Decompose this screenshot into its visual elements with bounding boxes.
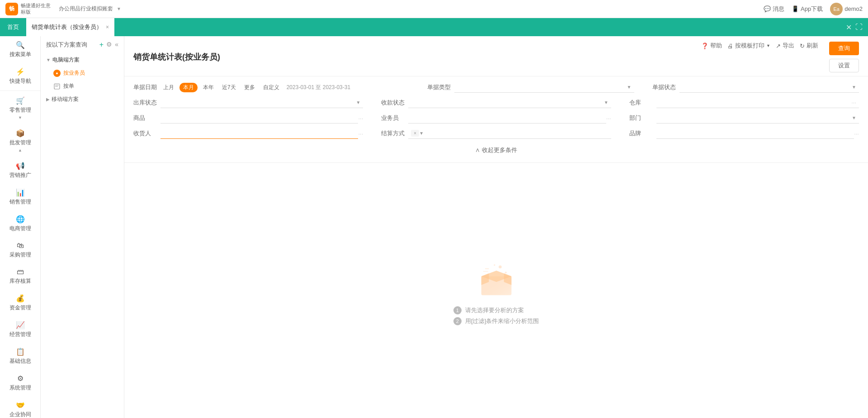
goods-dots[interactable]: ···	[358, 115, 363, 122]
breadcrumb: 办公用品行业模拟账套	[59, 5, 113, 13]
filter-row-4: 收货人 ··· 结算方式 × ▼	[133, 128, 859, 139]
scheme-header-actions: + ⚙ «	[99, 41, 118, 49]
date-btn-more[interactable]: 更多	[241, 83, 258, 92]
date-btn-this-month[interactable]: 本月	[179, 83, 198, 92]
sidebar-item-operations[interactable]: 📈 经营管理	[0, 316, 40, 343]
bill-type-select[interactable]: ▼	[454, 82, 634, 93]
ecommerce-icon: 🌐	[16, 215, 25, 223]
sidebar-item-purchase[interactable]: 🛍 采购管理	[0, 237, 40, 263]
marketing-icon: 📢	[16, 162, 25, 170]
dept-select[interactable]: ▼	[656, 113, 859, 124]
dept-label: 部门	[629, 114, 656, 122]
settlement-select[interactable]: × ▼	[408, 128, 611, 139]
consignee-dots[interactable]: ···	[358, 130, 363, 137]
query-settings-col: 查询 设置	[829, 42, 859, 72]
scheme-order-icon	[53, 83, 61, 90]
tab-close-button[interactable]: ×	[106, 24, 109, 30]
help-button[interactable]: ❓ 帮助	[701, 42, 722, 50]
scheme-add-button[interactable]: +	[99, 41, 104, 49]
scheme-category-mobile[interactable]: ▶ 移动端方案	[41, 93, 124, 106]
empty-state-illustration	[474, 256, 519, 301]
goods-input[interactable]	[160, 113, 358, 124]
scheme-item-salesperson[interactable]: ● 按业务员	[41, 66, 124, 80]
brand-dots[interactable]: ···	[854, 130, 859, 137]
wholesale-icon: 📦	[16, 129, 25, 138]
logo-text: 畅捷通好生意 标版	[21, 3, 51, 14]
sidebar-item-marketing[interactable]: 📢 营销推广	[0, 157, 40, 184]
warehouse-select[interactable]: ···	[656, 97, 859, 108]
sidebar-item-finance[interactable]: 💰 资金管理	[0, 290, 40, 316]
enterprise-icon: 🤝	[16, 401, 25, 409]
finance-icon: 💰	[16, 294, 25, 303]
filter-date: 单据日期 上月 本月 本年 近7天 更多 自定义 2023-03-01 至 20…	[133, 83, 409, 92]
filter-row-1: 单据日期 上月 本月 本年 近7天 更多 自定义 2023-03-01 至 20…	[133, 82, 859, 93]
print-button[interactable]: 🖨 按模板打印 ▼	[727, 42, 770, 50]
tabbar-right: ✕ ⛶	[846, 23, 868, 32]
sidebar-item-search[interactable]: 🔍 搜索菜单	[0, 36, 40, 63]
sidebar-item-retail[interactable]: 🛒 零售管理 ▼	[0, 92, 40, 124]
query-button[interactable]: 查询	[829, 42, 859, 55]
scheme-item-by-order[interactable]: 按单	[41, 80, 124, 93]
tabbar: 首页 销货单统计表（按业务员） × ✕ ⛶	[0, 18, 868, 36]
sidebar-item-wholesale[interactable]: 📦 批发管理 ▲	[0, 124, 40, 157]
date-btn-7days[interactable]: 近7天	[219, 83, 239, 92]
tip-num-2: 2	[453, 317, 462, 325]
warehouse-dots[interactable]: ···	[851, 99, 856, 106]
tab-home[interactable]: 首页	[0, 18, 26, 36]
sidebar-item-sales[interactable]: 📊 销售管理	[0, 184, 40, 210]
settings-button[interactable]: 设置	[829, 59, 859, 72]
message-button[interactable]: 💬 消息	[764, 5, 784, 13]
empty-tips: 1 请先选择要分析的方案 2 用[过滤]条件来缩小分析范围	[453, 306, 539, 325]
print-dropdown-icon: ▼	[766, 43, 770, 48]
brand-input[interactable]	[656, 128, 854, 139]
tab-minimize-button[interactable]: ✕	[846, 23, 852, 32]
scheme-category-pc-label[interactable]: ▼ 电脑端方案	[46, 56, 118, 64]
sidebar-item-system[interactable]: ⚙ 系统管理	[0, 370, 40, 396]
filter-brand: 品牌 ···	[629, 128, 859, 139]
tab-maximize-button[interactable]: ⛶	[855, 23, 863, 31]
filter-goods: 商品 ···	[133, 113, 363, 124]
date-btn-last-month[interactable]: 上月	[160, 83, 177, 92]
collapse-more-button[interactable]: ∧ 收起更多条件	[133, 143, 859, 157]
consignee-label: 收货人	[133, 129, 160, 138]
scheme-collapse-button[interactable]: «	[115, 41, 118, 49]
avatar: Ea	[830, 3, 843, 15]
empty-tip-1: 1 请先选择要分析的方案	[453, 306, 539, 314]
bill-type-dropdown-icon: ▼	[627, 85, 632, 90]
export-button[interactable]: ↗ 导出	[776, 42, 794, 50]
scheme-settings-button[interactable]: ⚙	[106, 41, 112, 49]
sidebar-item-inventory[interactable]: 🗃 库存核算	[0, 263, 40, 290]
search-icon: 🔍	[16, 41, 25, 49]
date-btn-custom[interactable]: 自定义	[260, 83, 282, 92]
sidebar-item-basic[interactable]: 📋 基础信息	[0, 343, 40, 370]
bill-type-label: 单据类型	[427, 83, 454, 91]
empty-tip-2: 2 用[过滤]条件来缩小分析范围	[453, 317, 539, 325]
consignee-input[interactable]	[160, 128, 358, 139]
salesperson-dots[interactable]: ···	[606, 115, 611, 122]
goods-label: 商品	[133, 114, 160, 122]
svg-point-7	[499, 266, 502, 269]
receipt-status-select[interactable]: ▼	[408, 97, 611, 108]
settlement-tag-remove[interactable]: ×	[414, 131, 416, 136]
refresh-button[interactable]: ↻ 刷新	[800, 42, 818, 50]
sidebar-item-enterprise[interactable]: 🤝 企业协同	[0, 396, 40, 418]
svg-point-9	[494, 264, 495, 266]
out-status-select[interactable]: ▼	[160, 97, 363, 108]
settlement-dropdown-icon: ▼	[419, 131, 424, 136]
scheme-panel-title: 按以下方案查询	[46, 41, 87, 49]
bill-status-label: 单据状态	[652, 83, 679, 91]
salesperson-input[interactable]	[408, 113, 606, 124]
sales-icon: 📊	[16, 188, 25, 197]
user-menu[interactable]: Ea demo2	[830, 3, 863, 15]
sidebar-item-quick-nav[interactable]: ⚡ 快捷导航	[0, 63, 40, 90]
bill-status-select[interactable]: ▼	[679, 82, 859, 93]
app-download-button[interactable]: 📱 App下载	[792, 5, 823, 13]
filter-warehouse: 仓库 ···	[629, 97, 859, 108]
sidebar-item-ecommerce[interactable]: 🌐 电商管理	[0, 210, 40, 237]
date-btn-this-year[interactable]: 本年	[200, 83, 217, 92]
scheme-panel: 按以下方案查询 + ⚙ « ▼ 电脑端方案 ● 按业务员	[41, 36, 124, 418]
export-icon: ↗	[776, 43, 781, 49]
topbar: 畅 畅捷通好生意 标版 办公用品行业模拟账套 ▼ 💬 消息 📱 App下载 Ea…	[0, 0, 868, 18]
breadcrumb-dropdown-icon[interactable]: ▼	[117, 6, 121, 11]
tab-active[interactable]: 销货单统计表（按业务员） ×	[26, 18, 114, 36]
